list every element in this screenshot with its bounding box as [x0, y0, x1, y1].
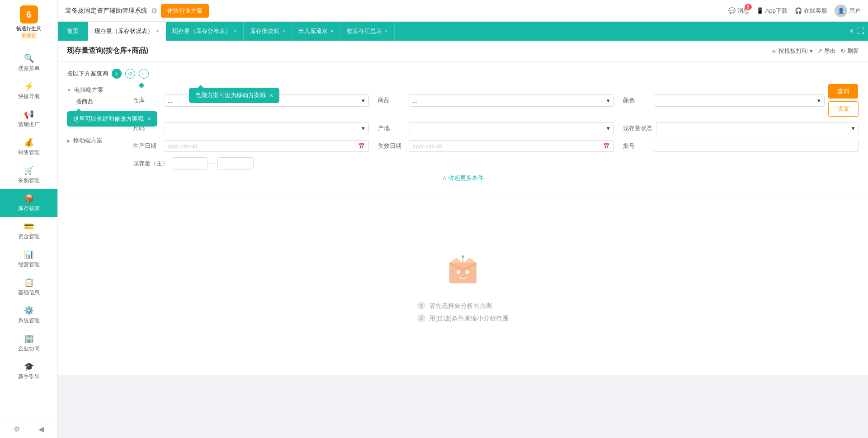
sidebar-item-guide[interactable]: 🎓 新手引导 [0, 357, 57, 385]
tab-receipt-summary[interactable]: 收发存汇总表 × [340, 22, 395, 41]
search-icon: 🔍 [24, 53, 34, 63]
tab-receipt-summary-label: 收发存汇总表 [347, 27, 382, 35]
goods-select[interactable]: ... ▾ [409, 94, 614, 107]
tab-close-icon[interactable]: × [234, 28, 237, 34]
tooltip-desktop-scheme: 电脑方案可设为移动方案哦 × [189, 88, 279, 103]
print-btn[interactable]: 🖨 按模板打印 ▾ [771, 47, 813, 55]
sidebar-item-system[interactable]: ⚙️ 系统管理 [0, 301, 57, 329]
sidebar-item-base-info[interactable]: 📋 基础信息 [0, 273, 57, 301]
page-actions: 🖨 按模板打印 ▾ ↗ 导出 ↻ 刷新 [771, 47, 859, 55]
quantity-to-input[interactable] [217, 157, 254, 170]
tab-close-icon[interactable]: × [282, 28, 285, 34]
header-settings-icon[interactable]: ⚙ [151, 6, 157, 15]
sidebar-item-marketing[interactable]: 📢 营销推广 [0, 105, 57, 133]
sidebar-item-quick-nav[interactable]: ⚡ 快捷导航 [0, 77, 57, 105]
scheme-desktop-label: 电脑端方案 [74, 86, 104, 94]
sidebar-item-search[interactable]: 🔍 搜索菜单 [0, 49, 57, 77]
wallet-icon: 💳 [24, 221, 34, 231]
tab-batch-ledger[interactable]: 库存批次账 × [244, 22, 292, 41]
calendar-icon: 📅 [603, 143, 610, 149]
goods-select-value: ... [413, 97, 418, 104]
scheme-tree: ▼ 电脑端方案 按商品 这里可以创建和修改方案哦 × ▶ 移动端方案 [67, 84, 126, 146]
filter-area: 按以下方案查询 + ↺ ← 电脑方案可设为移动方案哦 × ▼ 电脑端方案 [58, 61, 868, 194]
sidebar-item-inventory[interactable]: 📦 库存核算 [0, 189, 57, 217]
origin-select[interactable]: ▾ [409, 122, 614, 134]
calendar-icon: 📅 [358, 143, 365, 149]
production-date-value: yyyy-mm-dd [168, 143, 197, 149]
header-right: 💬 8 消息 📱 App下载 🎧 在线客服 👤 用户 [728, 5, 861, 17]
expiry-date-value: yyyy-mm-dd [413, 143, 442, 149]
scheme-desktop[interactable]: ▼ 电脑端方案 [67, 84, 126, 96]
expiry-date-input[interactable]: yyyy-mm-dd 📅 [409, 140, 614, 152]
sidebar-item-sales[interactable]: 💰 销售管理 [0, 133, 57, 161]
sidebar-item-label: 库存核算 [18, 205, 40, 212]
tab-home[interactable]: 首页 [58, 22, 88, 41]
batch-input[interactable] [654, 140, 859, 152]
notification-btn[interactable]: 💬 8 消息 [728, 7, 749, 15]
collapse-sidebar-btn[interactable]: ◀ [38, 425, 44, 433]
color-select[interactable]: ▾ [654, 94, 825, 107]
batch-label: 批号 [623, 142, 650, 150]
tab-close-icon[interactable]: × [385, 28, 388, 34]
online-support-btn[interactable]: 🎧 在线客服 [795, 7, 827, 15]
app-download-btn[interactable]: 📱 App下载 [756, 7, 788, 15]
filter-arrow-btn[interactable]: ← [139, 69, 149, 79]
svg-point-1 [457, 270, 460, 274]
tab-inventory-status[interactable]: 现存量（库存状况表） × [88, 22, 166, 41]
page-title: 现存量查询(按仓库+商品) [67, 46, 148, 56]
step-1-text: 请先选择要分析的方案 [429, 299, 492, 312]
size-select[interactable]: ▾ [164, 122, 369, 134]
sidebar-item-finance[interactable]: 💳 资金管理 [0, 217, 57, 245]
sidebar-item-label: 营销推广 [18, 121, 40, 128]
tooltip1-close-btn[interactable]: × [269, 92, 273, 99]
megaphone-icon: 📢 [24, 109, 34, 119]
avatar: 👤 [835, 5, 847, 17]
reset-button[interactable]: 设置 [828, 101, 859, 117]
search-button[interactable]: 查询 [828, 84, 858, 99]
sidebar-item-label: 采购管理 [18, 177, 40, 184]
tab-close-icon[interactable]: × [330, 28, 334, 34]
tab-expand-btn[interactable]: ⛶ [857, 27, 864, 35]
main-area: 装备及固定资产辅助管理系统 ⚙ 体验行业方案 💬 8 消息 📱 App下载 🎧 … [58, 0, 868, 438]
quantity-from-input[interactable] [172, 157, 208, 170]
gear-icon: ⚙️ [24, 306, 34, 316]
sidebar-item-operations[interactable]: 📊 经营管理 [0, 245, 57, 273]
settings-footer-btn[interactable]: ⚙ [14, 425, 20, 433]
svg-point-2 [466, 270, 469, 274]
refresh-btn[interactable]: ↻ 刷新 [840, 47, 859, 55]
empty-state: 1 请先选择要分析的方案 2 用[过滤]条件来缩小分析范围 [58, 194, 868, 375]
stock-status-select[interactable]: ▾ [656, 122, 859, 134]
collapse-bar[interactable]: ∧ 收起更多条件 [67, 170, 859, 187]
tab-close-all-btn[interactable]: × [849, 27, 854, 35]
export-btn[interactable]: ↗ 导出 [817, 47, 836, 55]
trial-button[interactable]: 体验行业方案 [161, 4, 209, 18]
chevron-down-icon: ▾ [607, 97, 610, 104]
color-label: 颜色 [623, 96, 650, 104]
filter-reset-btn[interactable]: ↺ [125, 69, 135, 79]
filter-add-btn[interactable]: + [112, 69, 122, 79]
refresh-label: 刷新 [847, 47, 859, 55]
filter-production-date: 生产日期 yyyy-mm-dd 📅 [133, 140, 369, 152]
tooltip-create-scheme: 这里可以创建和修改方案哦 × [67, 111, 157, 127]
svg-rect-0 [449, 263, 476, 283]
tab-bar: 首页 现存量（库存状况表） × 现存量（库存分布表） × 库存批次账 × 出入库… [58, 22, 868, 41]
production-date-input[interactable]: yyyy-mm-dd 📅 [164, 140, 369, 152]
filter-origin: 产地 ▾ [378, 122, 614, 134]
user-menu[interactable]: 👤 用户 [835, 5, 861, 17]
tab-close-icon[interactable]: × [156, 28, 159, 34]
warehouse-select-value: ... [168, 97, 173, 104]
tab-in-out-flow-label: 出入库流水 [298, 27, 328, 35]
scheme-desktop-item[interactable]: 按商品 [67, 96, 126, 108]
filter-expiry-date: 失效日期 yyyy-mm-dd 📅 [378, 140, 614, 152]
tab-in-out-flow[interactable]: 出入库流水 × [292, 22, 340, 41]
tab-inventory-dist[interactable]: 现存量（库存分布表） × [166, 22, 244, 41]
tooltip2-close-btn[interactable]: × [147, 115, 151, 122]
sidebar-item-purchase[interactable]: 🛒 采购管理 [0, 161, 57, 189]
sidebar-item-enterprise[interactable]: 🏢 企业协同 [0, 329, 57, 357]
filter-action-buttons: 查询 设置 [828, 84, 859, 117]
tab-inventory-status-label: 现存量（库存状况表） [94, 27, 153, 35]
empty-step-1: 1 请先选择要分析的方案 [417, 299, 509, 312]
step-2-num: 2 [417, 314, 425, 322]
chart-icon: 📊 [24, 250, 34, 259]
scheme-mobile[interactable]: ▶ 移动端方案 [67, 135, 126, 146]
